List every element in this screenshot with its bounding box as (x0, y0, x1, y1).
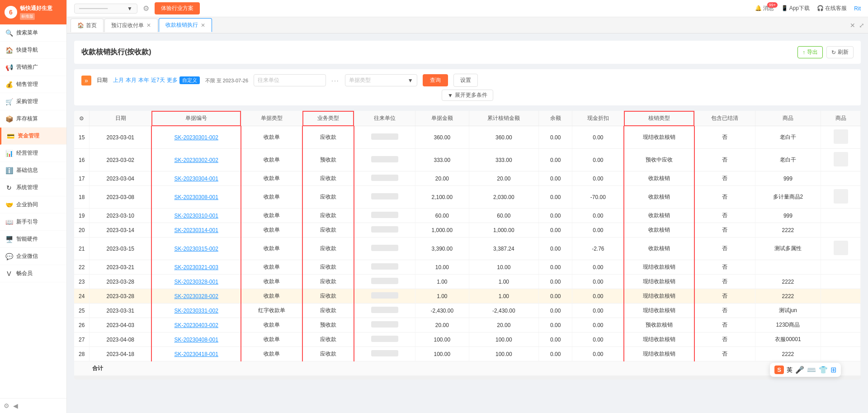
cell-doc-no: SK-20230302-002 (151, 149, 241, 171)
company-select[interactable]: ━━━━━━━━━ ▼ (74, 4, 137, 14)
filter-expand-button[interactable]: » (81, 76, 91, 85)
sidebar-item-wechat[interactable]: 💬 企业微信 (0, 248, 66, 265)
sidebar-item-guide[interactable]: 📖 新手引导 (0, 214, 66, 231)
doc-no-link[interactable]: SK-20230321-003 (174, 264, 218, 271)
app-download[interactable]: 📱 App下载 (781, 5, 810, 12)
cell-product: 测试多属性 (755, 237, 821, 260)
cell-product: 老白干 (755, 126, 821, 149)
data-table-container: ⚙ 日期 单据编号 单据类型 业务类型 往来单位 单据金额 累计核销金额 余额 … (74, 111, 861, 380)
cell-unit (354, 332, 415, 347)
sidebar-item-quick[interactable]: 🏠 快捷导航 (0, 42, 66, 59)
horizontal-scrollbar[interactable] (74, 376, 861, 380)
sidebar-item-finance[interactable]: 💳 资金管理 (0, 128, 66, 145)
notify-area[interactable]: 🔔 消息 99+ (755, 5, 774, 12)
doc-no-link[interactable]: SK-20230308-001 (174, 194, 218, 200)
doc-no-link[interactable]: SK-20230328-001 (174, 279, 218, 285)
doc-no-link[interactable]: SK-20230403-002 (174, 322, 218, 328)
doc-no-link[interactable]: SK-20230328-002 (174, 293, 218, 299)
cell-verified: 1.00 (469, 289, 538, 304)
table-row: 19 2023-03-10 SK-20230310-001 收款单 应收款 60… (74, 209, 861, 223)
date-7days[interactable]: 近7天 (151, 76, 165, 84)
home-icon: 🏠 (77, 22, 84, 28)
cell-biz-type: 应收款 (302, 304, 354, 318)
keyboard-icon[interactable]: ⌨️ (807, 366, 816, 374)
tab-home[interactable]: 🏠 首页 (71, 19, 104, 32)
unit-input[interactable]: 往来单位 (254, 74, 326, 86)
cell-unit (354, 304, 415, 318)
type-placeholder: 单据类型 (349, 76, 408, 84)
cell-verify-type: 现结收款核销 (624, 260, 694, 275)
tab-receivable-close[interactable]: ✕ (146, 22, 151, 28)
blurred-unit (371, 350, 398, 356)
cell-balance: 0.00 (538, 126, 572, 149)
doc-no-link[interactable]: SK-20230331-002 (174, 308, 218, 314)
shirt-icon[interactable]: 👕 (819, 366, 828, 374)
cell-verified: 3,387.24 (469, 237, 538, 260)
doc-no-link[interactable]: SK-20230408-001 (174, 337, 218, 343)
sidebar-item-inventory[interactable]: 📦 库存核算 (0, 110, 66, 128)
sidebar-item-basic[interactable]: ℹ️ 基础信息 (0, 162, 66, 179)
sidebar-item-purchase[interactable]: 🛒 采购管理 (0, 93, 66, 110)
custom-date-tag[interactable]: 自定义 (179, 76, 200, 84)
cell-product (755, 260, 821, 275)
settings-gear-icon[interactable]: ⚙ (4, 402, 9, 409)
gear-icon[interactable]: ⚙ (143, 4, 149, 13)
tab-verify-close[interactable]: ✕ (201, 22, 205, 28)
doc-no-link[interactable]: SK-20230418-001 (174, 351, 218, 357)
sidebar-item-member[interactable]: V 畅会员 (0, 265, 66, 282)
query-button[interactable]: 查询 (423, 74, 448, 86)
date-this-month[interactable]: 本月 (126, 76, 137, 84)
expand-more-button[interactable]: ▼ 展开更多条件 (442, 90, 493, 101)
cell-discount: 0.00 (572, 318, 624, 332)
th-settings[interactable]: ⚙ (74, 111, 90, 126)
sidebar-item-enterprise[interactable]: 🤝 企业协同 (0, 196, 66, 214)
content-area: 收款核销执行(按收款) ↑ 导出 ↻ 刷新 » 日期 上月 本月 (67, 33, 868, 413)
sidebar-item-hardware[interactable]: 🖥️ 智能硬件 (0, 231, 66, 248)
sidebar-item-operation[interactable]: 📊 经营管理 (0, 145, 66, 162)
doc-no-link[interactable]: SK-20230314-001 (174, 227, 218, 233)
th-discount: 现金折扣 (572, 111, 624, 126)
online-service[interactable]: 🎧 在线客服 (817, 5, 847, 12)
doc-no-link[interactable]: SK-20230302-002 (174, 157, 218, 163)
date-more[interactable]: 更多 (167, 76, 178, 84)
hardware-icon: 🖥️ (5, 236, 13, 243)
cell-doc-type: 收款单 (241, 186, 302, 209)
th-product: 商品 (755, 111, 821, 126)
date-this-year[interactable]: 本年 (138, 76, 149, 84)
export-button[interactable]: ↑ 导出 (797, 46, 823, 58)
cell-amount: 3,390.00 (415, 237, 469, 260)
sidebar-item-system[interactable]: ↻ 系统管理 (0, 179, 66, 196)
tab-receivable[interactable]: 预订应收付单 ✕ (104, 19, 158, 32)
cell-included: 否 (694, 186, 755, 209)
close-tab-icon[interactable]: ✕ (850, 22, 855, 29)
th-unit: 往来单位 (354, 111, 415, 126)
cell-num: 25 (74, 304, 90, 318)
sidebar-nav: 🔍 搜索菜单 🏠 快捷导航 📢 营销推广 💰 销售管理 🛒 采购管理 📦 库存核… (0, 24, 66, 398)
doc-no-link[interactable]: SK-20230310-001 (174, 213, 218, 219)
cell-num: 19 (74, 209, 90, 223)
solution-button[interactable]: 体验行业方案 (155, 2, 200, 14)
doc-no-link[interactable]: SK-20230301-002 (174, 134, 218, 141)
sidebar-item-sales[interactable]: 💰 销售管理 (0, 76, 66, 93)
tab-verify[interactable]: 收款核销执行 ✕ (159, 18, 212, 32)
sidebar-item-marketing[interactable]: 📢 营销推广 (0, 59, 66, 76)
date-last-month[interactable]: 上月 (113, 76, 124, 84)
doc-no-link[interactable]: SK-20230304-001 (174, 176, 218, 182)
cell-unit (354, 347, 415, 361)
cell-verify-type: 收款核销 (624, 171, 694, 186)
grid-icon[interactable]: ⊞ (830, 366, 836, 374)
refresh-button[interactable]: ↻ 刷新 (826, 46, 854, 58)
cell-doc-no: SK-20230310-001 (151, 209, 241, 223)
collapse-icon[interactable]: ◀ (13, 402, 18, 409)
doc-no-link[interactable]: SK-20230315-002 (174, 246, 218, 252)
blurred-unit (371, 292, 398, 299)
cell-verified: 1.00 (469, 275, 538, 289)
doc-type-select[interactable]: 单据类型 ▼ (345, 74, 417, 86)
cell-doc-type: 收款单 (241, 126, 302, 149)
cell-num: 20 (74, 223, 90, 237)
settings-button[interactable]: 设置 (453, 74, 478, 87)
maximize-icon[interactable]: ⤢ (859, 22, 864, 29)
sidebar-bottom: ⚙ ◀ (0, 398, 66, 413)
sidebar-item-search[interactable]: 🔍 搜索菜单 (0, 24, 66, 42)
microphone-icon[interactable]: 🎤 (795, 366, 804, 374)
